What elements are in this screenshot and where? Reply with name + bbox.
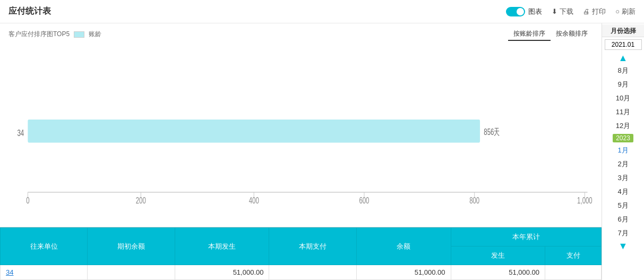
download-icon: ⬇ xyxy=(552,7,557,15)
unit-link[interactable]: 34 xyxy=(6,268,13,276)
chart-svg: 34 856天 0 200 400 600 800 1,000 xyxy=(8,45,593,227)
right-sidebar: 月份选择 ▲ 8月 9月 10月 11月 12月 2023 1月 2月 3月 4… xyxy=(602,23,644,280)
refresh-label: 刷新 xyxy=(622,7,636,16)
sidebar-scroll-up[interactable]: ▲ xyxy=(617,52,629,64)
chart-toggle-label: 图表 xyxy=(528,7,542,16)
cell-balance: 51,000.00 xyxy=(356,265,451,280)
cell-qc xyxy=(88,265,175,280)
cell-current-pay xyxy=(269,265,356,280)
chart-toggle-wrap[interactable]: 图表 xyxy=(506,7,542,16)
sidebar-month-1[interactable]: 1月 xyxy=(602,143,644,157)
refresh-button[interactable]: ○ 刷新 xyxy=(615,7,636,16)
sidebar-month-2[interactable]: 2月 xyxy=(602,157,644,171)
cell-year-occur: 51,000.00 xyxy=(451,265,545,280)
sort-tab-age[interactable]: 按账龄排序 xyxy=(508,28,551,41)
table-section: 往来单位 期初余额 本期发生 本期支付 余额 本年累计 发生 支付 xyxy=(0,227,602,280)
cell-unit[interactable]: 34 xyxy=(1,265,88,280)
refresh-icon: ○ xyxy=(615,7,620,15)
print-icon: 🖨 xyxy=(583,7,590,15)
header-actions: 图表 ⬇ 下载 🖨 打印 ○ 刷新 xyxy=(506,7,636,16)
sidebar-month-10[interactable]: 10月 xyxy=(602,91,644,105)
print-button[interactable]: 🖨 打印 xyxy=(583,7,606,16)
print-label: 打印 xyxy=(592,7,606,16)
svg-rect-1 xyxy=(28,120,480,143)
svg-text:34: 34 xyxy=(17,128,24,138)
sidebar-scroll-down[interactable]: ▼ xyxy=(617,240,629,252)
th-balance: 余额 xyxy=(356,228,451,265)
legend-area: 客户应付排序图TOP5 账龄 xyxy=(8,30,101,39)
cell-year-pay xyxy=(545,265,602,280)
table-row: 34 51,000.00 51,000.00 51,000.00 xyxy=(1,265,602,280)
sidebar-year-badge: 2023 xyxy=(613,134,633,142)
data-table: 往来单位 期初余额 本期发生 本期支付 余额 本年累计 发生 支付 xyxy=(0,227,602,280)
legend-box xyxy=(74,31,84,38)
sidebar-month-7[interactable]: 7月 xyxy=(602,226,644,240)
download-label: 下载 xyxy=(560,7,573,16)
main-content: 客户应付排序图TOP5 账龄 按账龄排序 按余额排序 34 856天 xyxy=(0,23,644,280)
sidebar-month-6[interactable]: 6月 xyxy=(602,213,644,226)
legend-text: 客户应付排序图TOP5 xyxy=(8,30,70,39)
th-year-pay: 支付 xyxy=(545,247,602,265)
th-year-group: 本年累计 xyxy=(451,228,602,247)
th-current-pay: 本期支付 xyxy=(269,228,356,265)
cell-current-occur: 51,000.00 xyxy=(175,265,269,280)
sort-tabs: 按账龄排序 按余额排序 xyxy=(508,28,593,41)
chart-section: 客户应付排序图TOP5 账龄 按账龄排序 按余额排序 34 856天 xyxy=(0,23,602,280)
sidebar-month-5[interactable]: 5月 xyxy=(602,199,644,213)
th-qc: 期初余额 xyxy=(88,228,175,265)
th-year-occur: 发生 xyxy=(451,247,545,265)
page-title: 应付统计表 xyxy=(8,6,51,17)
chart-area: 34 856天 0 200 400 600 800 1,000 xyxy=(0,45,602,227)
sidebar-title: 月份选择 xyxy=(602,24,644,37)
sidebar-month-4[interactable]: 4月 xyxy=(602,185,644,199)
svg-text:856天: 856天 xyxy=(484,127,500,137)
app-container: 应付统计表 图表 ⬇ 下载 🖨 打印 ○ 刷新 xyxy=(0,0,644,280)
sidebar-year-input[interactable] xyxy=(605,39,642,50)
sidebar-month-12[interactable]: 12月 xyxy=(602,119,644,133)
sidebar-month-11[interactable]: 11月 xyxy=(602,105,644,119)
th-current-occur: 本期发生 xyxy=(175,228,269,265)
sort-tab-balance[interactable]: 按余额排序 xyxy=(551,28,593,41)
chart-header: 客户应付排序图TOP5 账龄 按账龄排序 按余额排序 xyxy=(0,23,602,45)
sidebar-month-9[interactable]: 9月 xyxy=(602,78,644,91)
sidebar-month-3[interactable]: 3月 xyxy=(602,171,644,185)
legend-box-label: 账龄 xyxy=(89,30,101,39)
download-button[interactable]: ⬇ 下载 xyxy=(552,7,573,16)
header: 应付统计表 图表 ⬇ 下载 🖨 打印 ○ 刷新 xyxy=(0,0,644,23)
chart-toggle[interactable] xyxy=(506,7,525,16)
sidebar-month-8[interactable]: 8月 xyxy=(602,64,644,78)
th-unit: 往来单位 xyxy=(1,228,88,265)
